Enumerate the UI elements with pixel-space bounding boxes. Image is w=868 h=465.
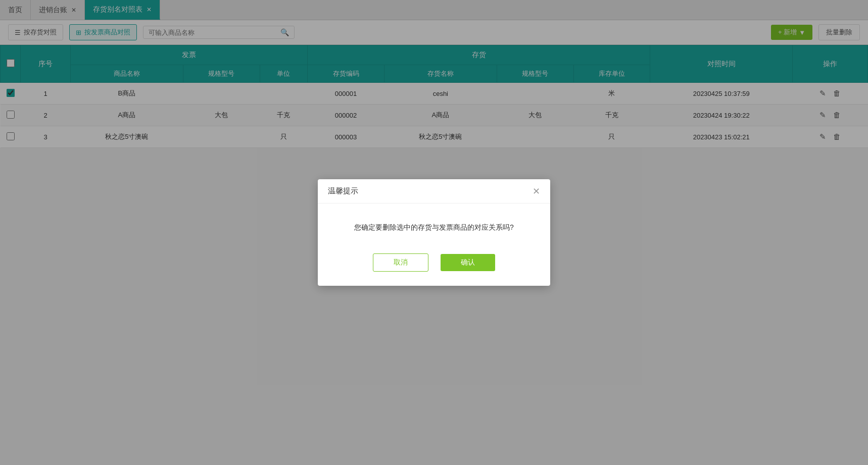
dialog-overlay: 温馨提示 ✕ 您确定要删除选中的存货与发票商品的对应关系吗? 取消 确认 bbox=[0, 0, 868, 148]
